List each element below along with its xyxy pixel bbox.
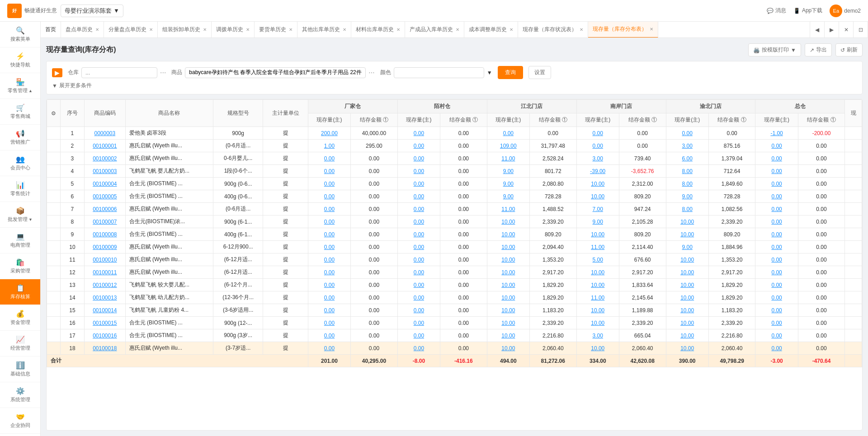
row-code[interactable]: 00100014 <box>84 304 125 317</box>
row-mc-qty[interactable]: 0.00 <box>397 190 440 203</box>
sidebar-item-system[interactable]: ⚙️ 系统管理 <box>0 382 40 408</box>
close-icon[interactable]: ✕ <box>246 27 250 32</box>
row-yb-qty[interactable]: 6.00 <box>666 152 708 165</box>
row-code[interactable]: 00100010 <box>84 253 125 266</box>
row-na-qty[interactable]: 10.00 <box>576 304 619 317</box>
close-icon[interactable]: ✕ <box>650 27 653 32</box>
tab-order[interactable]: 要货单历史 ✕ <box>255 22 297 38</box>
row-mc-qty[interactable]: 0.00 <box>397 342 440 355</box>
row-yb-qty[interactable]: 10.00 <box>666 216 708 228</box>
row-fc-qty[interactable]: 0.00 <box>308 203 350 216</box>
goods-input[interactable] <box>185 67 366 78</box>
row-yb-qty[interactable]: 9.00 <box>666 241 708 253</box>
sidebar-item-ecom[interactable]: 💻 电商管理 <box>0 228 40 253</box>
sidebar-item-finance[interactable]: 💰 资金管理 <box>0 305 40 331</box>
export-btn[interactable]: ↗ 导出 <box>805 43 832 56</box>
row-na-qty[interactable]: 0.00 <box>576 127 619 140</box>
color-dropdown-icon[interactable]: ▼ <box>487 70 492 76</box>
row-mc-qty[interactable]: 0.00 <box>397 165 440 178</box>
close-icon[interactable]: ✕ <box>203 27 207 32</box>
row-jb-qty[interactable]: 9.00 <box>487 190 529 203</box>
close-icon[interactable]: ✕ <box>95 27 99 32</box>
sidebar-item-inventory[interactable]: 📋 库存核算 <box>0 279 40 305</box>
row-yb-qty[interactable]: 8.00 <box>666 165 708 178</box>
row-code[interactable]: 00100013 <box>84 291 125 304</box>
color-input[interactable] <box>394 67 484 78</box>
close-icon[interactable]: ✕ <box>289 27 292 32</box>
row-fc-qty[interactable]: 0.00 <box>308 317 350 329</box>
row-code[interactable]: 00100006 <box>84 203 125 216</box>
row-jb-qty[interactable]: 10.00 <box>487 216 529 228</box>
row-fc-qty[interactable]: 0.00 <box>308 178 350 190</box>
row-zc-qty[interactable]: 0.00 <box>755 152 798 165</box>
message-btn[interactable]: 💬 消息 <box>767 7 786 14</box>
close-icon[interactable]: ✕ <box>509 27 513 32</box>
row-na-qty[interactable]: 10.00 <box>576 342 619 355</box>
tab-prev-btn[interactable]: ◀ <box>810 22 825 38</box>
warehouse-input[interactable] <box>81 67 157 78</box>
tab-home[interactable]: 首页 <box>41 22 61 38</box>
tab-inventory-check[interactable]: 盘点单历史 ✕ <box>61 22 104 38</box>
row-jb-qty[interactable]: 10.00 <box>487 317 529 329</box>
row-yb-qty[interactable]: 9.00 <box>666 190 708 203</box>
row-na-qty[interactable]: 10.00 <box>576 279 619 291</box>
row-code[interactable]: 0000003 <box>84 127 125 140</box>
sidebar-item-stats[interactable]: 📊 零售统计 <box>0 176 40 202</box>
row-zc-qty[interactable]: 0.00 <box>755 241 798 253</box>
row-na-qty[interactable]: 10.00 <box>576 228 619 241</box>
row-mc-qty[interactable]: 0.00 <box>397 203 440 216</box>
tab-partial-check[interactable]: 分量盘点单历史 ✕ <box>104 22 158 38</box>
row-zc-qty[interactable]: 0.00 <box>755 317 798 329</box>
row-fc-qty[interactable]: 0.00 <box>308 253 350 266</box>
row-mc-qty[interactable]: 0.00 <box>397 291 440 304</box>
row-code[interactable]: 00100004 <box>84 178 125 190</box>
row-na-qty[interactable]: 9.00 <box>576 216 619 228</box>
row-na-qty[interactable]: 7.00 <box>576 203 619 216</box>
row-zc-qty[interactable]: 0.00 <box>755 279 798 291</box>
row-jb-qty[interactable]: 10.00 <box>487 342 529 355</box>
row-na-qty[interactable]: 3.00 <box>576 329 619 342</box>
tab-cost-adjust[interactable]: 成本调整单历史 ✕ <box>464 22 518 38</box>
row-zc-qty[interactable]: 0.00 <box>755 329 798 342</box>
warehouse-more-btn[interactable]: ··· <box>160 69 166 77</box>
row-fc-qty[interactable]: 0.00 <box>308 241 350 253</box>
row-mc-qty[interactable]: 0.00 <box>397 152 440 165</box>
search-btn[interactable]: 查询 <box>498 66 523 79</box>
row-jb-qty[interactable]: 10.00 <box>487 266 529 279</box>
tab-stock-status[interactable]: 现存量（库存状况表） ✕ <box>518 22 588 38</box>
table-scroll[interactable]: ⚙ 序号 商品编码 商品名称 规格型号 主计量单位 厂家仓 陌村仓 江北门店 南… <box>47 99 862 430</box>
row-zc-qty[interactable]: 0.00 <box>755 178 798 190</box>
row-fc-qty[interactable]: 0.00 <box>308 279 350 291</box>
row-yb-qty[interactable]: 10.00 <box>666 317 708 329</box>
row-fc-qty[interactable]: 0.00 <box>308 291 350 304</box>
row-mc-qty[interactable]: 0.00 <box>397 317 440 329</box>
tab-more-btn[interactable]: ⊡ <box>854 22 868 38</box>
tab-stock-dist[interactable]: 现存量（库存分布表） ✕ <box>588 22 658 38</box>
row-code[interactable]: 00100002 <box>84 152 125 165</box>
close-icon[interactable]: ✕ <box>580 27 583 32</box>
row-jb-qty[interactable]: 10.00 <box>487 291 529 304</box>
setting-btn[interactable]: 设置 <box>528 66 551 79</box>
row-yb-qty[interactable]: 10.00 <box>666 329 708 342</box>
row-code[interactable]: 00100003 <box>84 165 125 178</box>
row-zc-qty[interactable]: 0.00 <box>755 203 798 216</box>
tab-material-out[interactable]: 材料出库单历史 ✕ <box>351 22 405 38</box>
row-yb-qty[interactable]: 10.00 <box>666 253 708 266</box>
row-code[interactable]: 00100011 <box>84 266 125 279</box>
row-na-qty[interactable]: 11.00 <box>576 291 619 304</box>
row-mc-qty[interactable]: 0.00 <box>397 329 440 342</box>
row-jb-qty[interactable]: 10.00 <box>487 304 529 317</box>
row-na-qty[interactable]: 11.00 <box>576 241 619 253</box>
row-mc-qty[interactable]: 0.00 <box>397 253 440 266</box>
row-mc-qty[interactable]: 0.00 <box>397 241 440 253</box>
row-yb-qty[interactable]: 10.00 <box>666 342 708 355</box>
row-code[interactable]: 00100007 <box>84 216 125 228</box>
row-mc-qty[interactable]: 0.00 <box>397 178 440 190</box>
row-yb-qty[interactable]: 3.00 <box>666 140 708 152</box>
row-mc-qty[interactable]: 0.00 <box>397 127 440 140</box>
tab-close-btn[interactable]: ✕ <box>839 22 854 38</box>
row-yb-qty[interactable]: 8.00 <box>666 203 708 216</box>
row-na-qty[interactable]: 10.00 <box>576 266 619 279</box>
close-icon[interactable]: ✕ <box>343 27 346 32</box>
row-jb-qty[interactable]: 10.00 <box>487 228 529 241</box>
